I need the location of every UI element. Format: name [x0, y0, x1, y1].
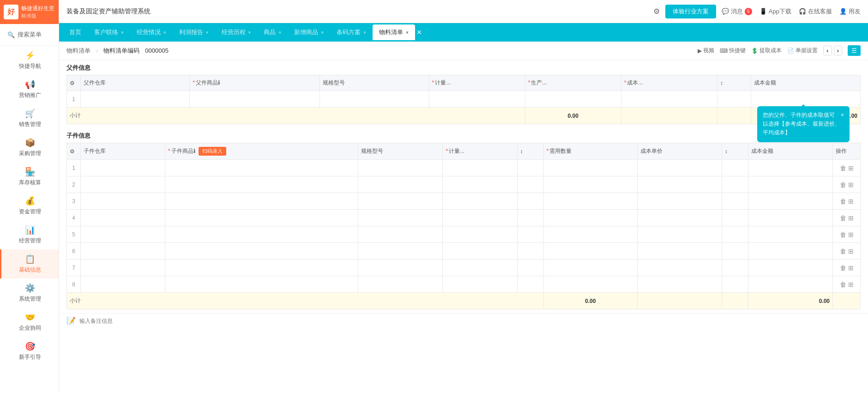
- child-cell-qty-2[interactable]: [543, 176, 637, 193]
- delete-icon-8[interactable]: 🗑: [840, 281, 846, 288]
- single-settings-button[interactable]: 📄 单据设置: [787, 47, 818, 54]
- online-service-action[interactable]: 🎧 在线客服: [799, 7, 832, 16]
- delete-icon-6[interactable]: 🗑: [840, 248, 846, 255]
- parent-cell-production-1[interactable]: [525, 91, 621, 108]
- child-cell-unitcost-7[interactable]: [637, 260, 722, 276]
- sidebar-item-marketing[interactable]: 📢 营销推广: [0, 75, 59, 104]
- tab-close-customer[interactable]: ×: [121, 30, 124, 35]
- child-cell-product-5[interactable]: [165, 226, 358, 243]
- copy-icon-7[interactable]: ⊞: [848, 264, 854, 272]
- message-action[interactable]: 💬 消息 6: [722, 7, 752, 16]
- child-cell-product-6[interactable]: [165, 243, 358, 260]
- settings-button[interactable]: ⚙: [653, 7, 660, 16]
- copy-icon-1[interactable]: ⊞: [848, 164, 854, 172]
- child-cell-warehouse-4[interactable]: [81, 210, 165, 226]
- tab-close-bom[interactable]: ×: [406, 30, 409, 35]
- child-cell-product-1[interactable]: [165, 160, 358, 176]
- child-cell-warehouse-1[interactable]: [81, 160, 165, 176]
- menu-button[interactable]: ☰: [848, 45, 861, 56]
- child-cell-unit-1[interactable]: [443, 160, 517, 176]
- next-button[interactable]: ›: [834, 46, 842, 55]
- tooltip-close-button[interactable]: ×: [841, 111, 844, 120]
- child-cell-spec-1[interactable]: [358, 160, 443, 176]
- tab-home[interactable]: 首页: [63, 24, 88, 40]
- child-cell-product-7[interactable]: [165, 260, 358, 276]
- delete-icon-2[interactable]: 🗑: [840, 181, 846, 188]
- copy-icon-6[interactable]: ⊞: [848, 248, 854, 255]
- breadcrumb-parent[interactable]: 物料清单: [66, 47, 90, 55]
- delete-icon-4[interactable]: 🗑: [840, 214, 846, 222]
- tab-close-history[interactable]: ×: [248, 30, 251, 35]
- copy-icon-4[interactable]: ⊞: [848, 214, 854, 222]
- child-cell-product-2[interactable]: [165, 176, 358, 193]
- child-cell-qty-6[interactable]: [543, 243, 637, 260]
- child-cell-spec-8[interactable]: [358, 276, 443, 293]
- tab-close-barcode[interactable]: ×: [363, 30, 366, 35]
- tab-close-product[interactable]: ×: [278, 30, 281, 35]
- parent-cell-product-1[interactable]: [190, 91, 320, 108]
- sidebar-item-inventory[interactable]: 🏪 库存核算: [0, 162, 59, 191]
- child-cell-qty-8[interactable]: [543, 276, 637, 293]
- tab-close-operation[interactable]: ×: [163, 30, 166, 35]
- parent-cell-unit-1[interactable]: [429, 91, 525, 108]
- experience-button[interactable]: 体验行业方案: [665, 5, 716, 18]
- child-cell-unit-6[interactable]: [443, 243, 517, 260]
- close-all-tabs[interactable]: ×: [417, 28, 422, 37]
- child-cell-warehouse-5[interactable]: [81, 226, 165, 243]
- child-cell-warehouse-2[interactable]: [81, 176, 165, 193]
- delete-icon-3[interactable]: 🗑: [840, 198, 846, 205]
- child-cell-unit-8[interactable]: [443, 276, 517, 293]
- child-cell-qty-4[interactable]: [543, 210, 637, 226]
- child-cell-unitcost-8[interactable]: [637, 276, 722, 293]
- sidebar-item-guide[interactable]: 🎯 新手引导: [0, 337, 59, 366]
- child-cell-unit-3[interactable]: [443, 193, 517, 210]
- sidebar-item-purchase[interactable]: 📦 采购管理: [0, 133, 59, 162]
- tab-new-product[interactable]: 新增商品 ×: [288, 24, 330, 40]
- child-cell-spec-3[interactable]: [358, 193, 443, 210]
- sidebar-item-system[interactable]: ⚙️ 系统管理: [0, 278, 59, 308]
- sidebar-item-enterprise[interactable]: 🤝 企业协同: [0, 308, 59, 337]
- search-menu-button[interactable]: 🔍 搜索菜单: [4, 28, 55, 42]
- sidebar-item-basic-info[interactable]: 📋 基础信息: [0, 249, 59, 278]
- tab-operation[interactable]: 经营情况 ×: [130, 24, 173, 40]
- child-cell-unitcost-5[interactable]: [637, 226, 722, 243]
- parent-cell-cost-1[interactable]: [621, 91, 717, 108]
- child-cell-spec-5[interactable]: [358, 226, 443, 243]
- extract-cost-button[interactable]: 💲 提取成本: [751, 47, 782, 54]
- sidebar-item-quick-nav[interactable]: ⚡ 快捷导航: [0, 46, 59, 75]
- shortcut-button[interactable]: ⌨ 快捷键: [720, 47, 746, 54]
- child-cell-spec-4[interactable]: [358, 210, 443, 226]
- child-cell-spec-7[interactable]: [358, 260, 443, 276]
- child-cell-unitcost-4[interactable]: [637, 210, 722, 226]
- tab-profit[interactable]: 利润报告 ×: [173, 24, 215, 40]
- copy-icon-2[interactable]: ⊞: [848, 181, 854, 188]
- sidebar-item-finance[interactable]: 💰 资金管理: [0, 191, 59, 220]
- delete-icon-5[interactable]: 🗑: [840, 231, 846, 238]
- child-cell-product-8[interactable]: [165, 276, 358, 293]
- child-cell-unitcost-1[interactable]: [637, 160, 722, 176]
- copy-icon-8[interactable]: ⊞: [848, 281, 854, 288]
- child-cell-unit-2[interactable]: [443, 176, 517, 193]
- parent-cell-spec-1[interactable]: [320, 91, 429, 108]
- tab-product[interactable]: 商品 ×: [257, 24, 288, 40]
- tab-bom[interactable]: 物料清单 ×: [373, 24, 415, 40]
- copy-icon-3[interactable]: ⊞: [848, 198, 854, 205]
- tab-history[interactable]: 经营历程 ×: [215, 24, 258, 40]
- prev-button[interactable]: ‹: [823, 46, 832, 55]
- video-button[interactable]: ▶ 视频: [698, 47, 714, 54]
- tab-barcode[interactable]: 条码方案 ×: [330, 24, 373, 40]
- child-cell-unitcost-6[interactable]: [637, 243, 722, 260]
- note-input[interactable]: [79, 318, 861, 324]
- child-cell-unit-4[interactable]: [443, 210, 517, 226]
- child-cell-warehouse-3[interactable]: [81, 193, 165, 210]
- child-cell-spec-2[interactable]: [358, 176, 443, 193]
- child-cell-qty-5[interactable]: [543, 226, 637, 243]
- user-action[interactable]: 👤 用友: [839, 7, 861, 16]
- child-cell-qty-1[interactable]: [543, 160, 637, 176]
- child-cell-warehouse-8[interactable]: [81, 276, 165, 293]
- child-cell-qty-7[interactable]: [543, 260, 637, 276]
- scan-button[interactable]: 扫码录入: [199, 147, 226, 156]
- delete-icon-7[interactable]: 🗑: [840, 264, 846, 272]
- child-cell-warehouse-6[interactable]: [81, 243, 165, 260]
- tab-customer[interactable]: 客户联络 ×: [88, 24, 130, 40]
